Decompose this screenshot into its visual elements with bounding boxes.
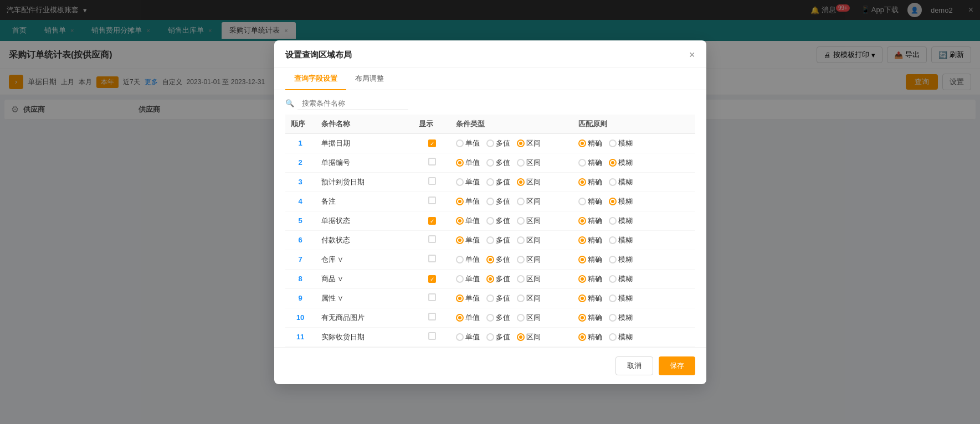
dialog-search-area: 🔍	[274, 90, 706, 115]
dialog-overlay: 设置查询区域布局 × 查询字段设置 布局调整 🔍 顺序 条件名称	[0, 0, 980, 124]
dialog-table-wrap: 顺序 条件名称 显示 条件类型 匹配原则 1单据日期✓单值多值区间精确模糊2单据…	[274, 115, 706, 125]
table-header-row: 顺序 条件名称 显示 条件类型 匹配原则	[285, 115, 695, 125]
th-type: 条件类型	[450, 115, 573, 125]
tab-query-fields[interactable]: 查询字段设置	[285, 68, 346, 90]
settings-dialog: 设置查询区域布局 × 查询字段设置 布局调整 🔍 顺序 条件名称	[274, 40, 706, 125]
dialog-close-button[interactable]: ×	[689, 49, 695, 61]
th-display: 显示	[413, 115, 450, 125]
dialog-title: 设置查询区域布局	[285, 50, 352, 60]
th-order: 顺序	[285, 115, 316, 125]
th-name: 条件名称	[316, 115, 414, 125]
search-input[interactable]	[297, 97, 408, 110]
th-match: 匹配原则	[573, 115, 695, 125]
search-icon: 🔍	[285, 99, 294, 107]
dialog-header: 设置查询区域布局 ×	[274, 40, 706, 68]
conditions-table: 顺序 条件名称 显示 条件类型 匹配原则 1单据日期✓单值多值区间精确模糊2单据…	[285, 115, 695, 125]
tab-layout-adjust[interactable]: 布局调整	[346, 68, 393, 90]
tab-layout-adjust-label: 布局调整	[355, 74, 384, 82]
tab-query-fields-label: 查询字段设置	[294, 74, 337, 82]
dialog-tabs: 查询字段设置 布局调整	[274, 68, 706, 90]
